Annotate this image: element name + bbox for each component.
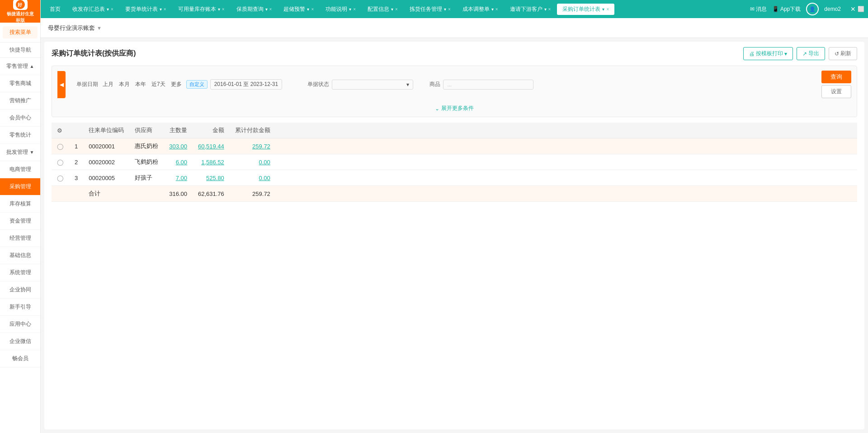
export-button[interactable]: ↗ 导出: [797, 47, 825, 60]
sidebar-item-capital[interactable]: 资金管理: [0, 213, 40, 230]
row-paid[interactable]: 0.00: [230, 170, 276, 186]
sidebar-item-retail-shop[interactable]: 零售商城: [0, 75, 40, 92]
row-paid[interactable]: 0.00: [230, 154, 276, 170]
maximize-window-icon[interactable]: ⬜: [858, 6, 864, 12]
footer-qty: 316.00: [164, 186, 193, 202]
row-unit-code: 00020001: [83, 138, 129, 154]
row-paid[interactable]: 259.72: [230, 138, 276, 154]
th-paid: 累计付款金额: [230, 123, 276, 138]
refresh-button[interactable]: ↺ 刷新: [829, 47, 857, 60]
tab-close-icon[interactable]: ×: [495, 7, 498, 12]
print-icon: 🖨: [749, 51, 755, 57]
username-label[interactable]: demo2: [824, 6, 841, 12]
shortcut-more[interactable]: 更多: [169, 80, 184, 89]
tab-label: 要货单统计表: [125, 5, 158, 13]
row-index: 2: [69, 154, 83, 170]
tab-invite-downstream[interactable]: 邀请下游客户 ▾ ×: [505, 4, 557, 15]
tab-pick-task[interactable]: 拣货任务管理 ▾ ×: [404, 4, 456, 15]
setting-button[interactable]: 设置: [821, 85, 851, 98]
sidebar-item-app-center[interactable]: 应用中心: [0, 316, 40, 333]
sidebar-item-label: 企业协同: [9, 286, 31, 294]
tab-close-icon[interactable]: ×: [269, 7, 272, 12]
tab-home[interactable]: 首页: [44, 4, 66, 15]
tab-receivable[interactable]: 收发存汇总表 ▾ ×: [67, 4, 119, 15]
message-button[interactable]: ✉ 消息: [750, 5, 767, 13]
account-selector[interactable]: 母婴行业演示账套 ▼: [48, 24, 102, 32]
shortcut-7days[interactable]: 近7天: [150, 80, 167, 89]
tab-purchase-stat[interactable]: 采购订单统计表 ▾ ×: [557, 4, 614, 15]
sidebar-item-label: 新手引导: [9, 303, 31, 311]
sidebar-item-inventory[interactable]: 库存核算: [0, 195, 40, 213]
sidebar-item-retail-mgmt[interactable]: 零售管理 ▲: [0, 58, 40, 75]
chevron-icon: ▾: [218, 7, 220, 12]
close-window-icon[interactable]: ✕: [850, 5, 856, 13]
tab-close-icon[interactable]: ×: [395, 7, 398, 12]
search-menu-button[interactable]: 搜索菜单: [3, 26, 38, 38]
tab-close-icon[interactable]: ×: [548, 7, 551, 12]
shortcut-last-month[interactable]: 上月: [101, 80, 115, 89]
sidebar-item-wechat[interactable]: 企业微信: [0, 333, 40, 350]
sidebar-item-label: 应用中心: [9, 320, 31, 328]
tab-close-icon[interactable]: ×: [111, 7, 113, 12]
sidebar-item-label: 经营管理: [9, 234, 31, 242]
expand-more-button[interactable]: ⌄ 展开更多条件: [435, 105, 474, 112]
sidebar-item-system[interactable]: 系统管理: [0, 264, 40, 281]
tab-close-icon[interactable]: ×: [222, 7, 225, 12]
sidebar-item-member[interactable]: 会员中心: [0, 109, 40, 127]
sidebar-item-retail-stat[interactable]: 零售统计: [0, 127, 40, 144]
date-label: 单据日期: [76, 81, 98, 88]
sidebar-search[interactable]: 搜索菜单: [0, 23, 40, 43]
tab-expiry[interactable]: 保质期查询 ▾ ×: [231, 4, 278, 15]
sidebar-item-ecommerce[interactable]: 电商管理: [0, 161, 40, 178]
sidebar-item-vip[interactable]: 畅会员: [0, 350, 40, 367]
phone-icon: 📱: [772, 6, 779, 12]
tab-label: 收发存汇总表: [72, 5, 105, 13]
row-qty[interactable]: 6.00: [164, 154, 193, 170]
logo-icon: 好: [13, 0, 28, 10]
status-select[interactable]: ▾: [332, 80, 413, 90]
query-button[interactable]: 查询: [821, 71, 851, 83]
tab-close-icon[interactable]: ×: [448, 7, 451, 12]
sidebar-item-wholesale[interactable]: 批发管理 ▼: [0, 144, 40, 161]
tab-label: 可用量库存账本: [178, 5, 216, 13]
print-arrow-icon: ▾: [784, 51, 787, 57]
row-amount[interactable]: 60,519.44: [193, 138, 230, 154]
sidebar-item-marketing[interactable]: 营销推广: [0, 92, 40, 109]
user-avatar[interactable]: 👤: [806, 3, 819, 15]
tab-available-stock[interactable]: 可用量库存账本 ▾ ×: [173, 4, 230, 15]
sidebar-item-newbie[interactable]: 新手引导: [0, 299, 40, 316]
row-gear[interactable]: ◯: [52, 170, 69, 186]
th-amount: 金额: [193, 123, 230, 138]
th-gear[interactable]: ⚙: [52, 123, 69, 138]
tab-func-desc[interactable]: 功能说明 ▾ ×: [320, 4, 361, 15]
row-gear[interactable]: ◯: [52, 138, 69, 154]
tab-requisition[interactable]: 要货单统计表 ▾ ×: [120, 4, 172, 15]
shortcut-this-month[interactable]: 本月: [117, 80, 132, 89]
sidebar-item-purchase[interactable]: 采购管理: [0, 178, 40, 195]
row-gear[interactable]: ◯: [52, 154, 69, 170]
quick-nav[interactable]: 快捷导航: [0, 43, 40, 58]
row-amount[interactable]: 525.80: [193, 170, 230, 186]
tab-overstock[interactable]: 超储预警 ▾ ×: [278, 4, 319, 15]
row-amount[interactable]: 1,586.52: [193, 154, 230, 170]
tab-config[interactable]: 配置信息 ▾ ×: [362, 4, 403, 15]
collapse-button[interactable]: ◀: [57, 71, 66, 98]
table-row: ◯ 1 00020001 惠氏奶粉 303.00 60,519.44 259.7…: [52, 138, 857, 154]
tab-close-icon[interactable]: ×: [606, 7, 609, 12]
goods-input[interactable]: ...: [443, 80, 533, 90]
row-qty[interactable]: 303.00: [164, 138, 193, 154]
sidebar-item-label: 会员中心: [9, 114, 31, 122]
sidebar-item-enterprise[interactable]: 企业协同: [0, 281, 40, 299]
date-range-input[interactable]: 2016-01-01 至 2023-12-31: [210, 79, 282, 90]
shortcut-this-year[interactable]: 本年: [133, 80, 148, 89]
row-qty[interactable]: 7.00: [164, 170, 193, 186]
tab-close-icon[interactable]: ×: [311, 7, 314, 12]
sidebar-item-business[interactable]: 经营管理: [0, 230, 40, 247]
tab-close-icon[interactable]: ×: [164, 7, 166, 12]
print-button[interactable]: 🖨 按模板打印 ▾: [743, 47, 793, 60]
sidebar-item-basic[interactable]: 基础信息: [0, 247, 40, 264]
sidebar-item-label: 电商管理: [9, 166, 31, 173]
app-download-button[interactable]: 📱 App下载: [772, 5, 801, 13]
tab-close-icon[interactable]: ×: [353, 7, 356, 12]
tab-cost-adj[interactable]: 成本调整单 ▾ ×: [457, 4, 504, 15]
